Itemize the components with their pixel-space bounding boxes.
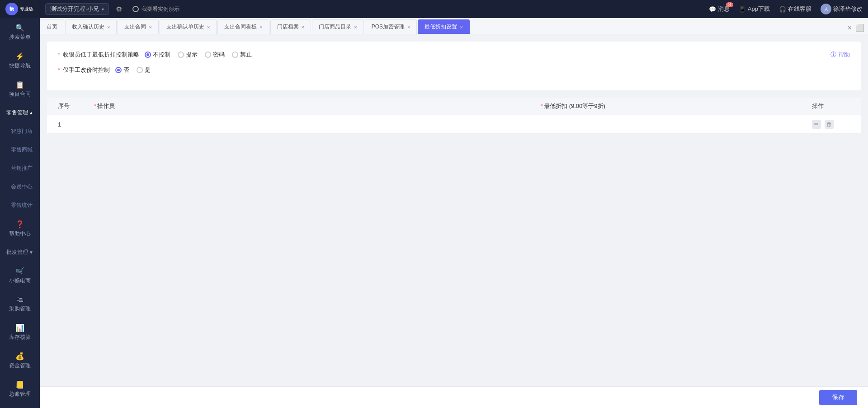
main-layout: 🔍 搜索菜单 ⚡ 快捷导航 📋 项目合同 零售管理 ▲ 智慧门店 零售商城 营销… [0,18,868,408]
demo-icon [132,6,139,12]
close-icon[interactable]: × [302,24,304,30]
close-icon[interactable]: × [149,24,151,30]
sidebar-item-smart-store[interactable]: 智慧门店 [0,122,40,141]
radio-circle [137,67,143,73]
download-icon: 📱 [739,6,746,13]
demo-link[interactable]: 我要看实例演示 [132,5,179,13]
discount-control-label: * 收银员低于最低折扣控制策略 [58,51,139,59]
tab-expense-contract[interactable]: 支出合同 × [118,19,158,34]
cell-operator [90,115,537,133]
sidebar-item-help[interactable]: ❓ 帮助中心 [0,215,40,243]
tab-min-discount[interactable]: 最低折扣设置 × [418,19,469,34]
cell-seq: 1 [54,115,90,133]
sidebar-item-retail-stats[interactable]: 零售统计 [0,196,40,215]
radio-no-control[interactable]: 不控制 [145,51,170,59]
header-right: 💬 消息 8 📱 App下载 🎧 在线客服 人 徐泽华修改 [709,4,863,14]
radio-no[interactable]: 否 [115,66,129,74]
online-service-button[interactable]: 🎧 在线客服 [779,5,811,13]
chevron-down-icon: ▾ [102,7,104,12]
delete-button[interactable]: 🗑 [825,120,834,129]
sidebar-item-search[interactable]: 🔍 搜索菜单 [0,18,40,47]
logo-text: 专业版 [20,6,33,12]
close-icon[interactable]: × [407,24,410,30]
message-icon: 💬 [709,6,716,13]
inventory-icon: 📊 [15,324,24,332]
close-icon[interactable]: × [354,24,357,30]
radio-yes[interactable]: 是 [137,66,151,74]
tab-expense-board[interactable]: 支出合同看板 × [217,19,269,34]
tab-bar: 首页 收入确认历史 × 支出合同 × 支出确认单历史 × 支出合同看板 × 门店… [40,18,868,34]
tab-expense-confirm[interactable]: 支出确认单历史 × [160,19,217,34]
manual-control-label: * 仅手工改价时控制 [58,66,110,74]
sidebar-item-wholesale[interactable]: 批发管理 ▼ [0,243,40,262]
required-star: * [94,103,96,109]
sidebar-item-retail[interactable]: 零售管理 ▲ [0,103,40,122]
tab-store-goods[interactable]: 门店商品目录 × [312,19,363,34]
sidebar-item-label: 帮助中心 [9,230,31,238]
edit-button[interactable]: ✏ [812,120,821,129]
sidebar-item-label: 会员中心 [11,183,33,191]
radio-circle [145,52,151,58]
messages-button[interactable]: 💬 消息 8 [709,5,730,13]
required-star: * [541,103,543,109]
cell-discount [537,115,808,133]
sidebar-item-finance[interactable]: 💰 资金管理 [0,347,40,375]
required-star: * [58,66,60,73]
user-menu[interactable]: 人 徐泽华修改 [821,4,863,14]
table-header: 序号 *操作员 *最低折扣 (9.00等于9折) 操作 [47,98,861,115]
manual-control-options: 否 是 [115,66,151,74]
col-header-seq: 序号 [54,98,90,115]
sidebar-item-label: 总账管理 [9,390,31,398]
radio-circle [178,52,184,58]
sidebar-item-label: 批发管理 [6,249,28,256]
sidebar-item-label: 资金管理 [9,362,31,370]
radio-password[interactable]: 密码 [205,51,225,59]
col-header-operator: *操作员 [90,98,537,115]
sidebar-item-purchase[interactable]: 🛍 采购管理 [0,290,40,318]
sidebar-item-invoice[interactable]: 🧾 发票管理 [0,403,40,408]
page-footer: 保存 [40,386,868,408]
sidebar-item-label: 项目合同 [9,90,31,98]
chevron-up-icon: ▲ [29,110,33,115]
project-selector[interactable]: 测试分开完程·小兄 ▾ [45,3,109,15]
help-circle-icon: ⓘ [830,51,836,59]
sidebar-item-retail-mall[interactable]: 零售商城 [0,141,40,159]
close-icon[interactable]: × [207,24,210,30]
sidebar-item-marketing[interactable]: 营销推广 [0,159,40,178]
chevron-down-icon: ▼ [29,250,33,255]
tab-home[interactable]: 首页 [40,19,64,34]
radio-forbid[interactable]: 禁止 [232,51,252,59]
sidebar-item-label: 采购管理 [9,305,31,313]
service-icon: 🎧 [779,6,786,13]
close-icon[interactable]: × [107,24,110,30]
sidebar-item-nav[interactable]: ⚡ 快捷导航 [0,47,40,75]
contract-icon: 📋 [15,80,24,89]
settings-button[interactable]: ⚙ [113,3,125,15]
close-tab-button[interactable]: × [848,24,852,32]
sidebar-item-ledger[interactable]: 📒 总账管理 [0,375,40,403]
col-header-discount: *最低折扣 (9.00等于9折) [537,98,808,115]
app-download-button[interactable]: 📱 App下载 [739,5,770,13]
tab-income-history[interactable]: 收入确认历史 × [65,19,117,34]
project-name: 测试分开完程·小兄 [50,5,99,13]
required-star: * [58,51,60,58]
close-icon[interactable]: × [460,24,462,30]
radio-tip[interactable]: 提示 [178,51,198,59]
help-button[interactable]: ⓘ 帮助 [830,51,850,59]
tab-pos-encrypt[interactable]: POS加密管理 × [365,19,417,34]
tab-label: 首页 [47,23,57,31]
cell-actions: ✏ 🗑 [808,115,854,133]
online-service-label: 在线客服 [788,5,811,13]
radio-circle [115,67,122,73]
save-button[interactable]: 保存 [819,390,857,405]
sidebar-item-label: 零售商城 [11,146,33,154]
tab-store-profile[interactable]: 门店档案 × [270,19,311,34]
sidebar-item-contract[interactable]: 📋 项目合同 [0,75,40,103]
sidebar-item-member[interactable]: 会员中心 [0,178,40,196]
sidebar-item-ecommerce[interactable]: 🛒 小畅电商 [0,262,40,290]
sidebar-item-inventory[interactable]: 📊 库存核算 [0,318,40,347]
demo-link-label: 我要看实例演示 [142,5,179,13]
close-icon[interactable]: × [259,24,262,30]
maximize-tab-button[interactable]: ⬜ [855,23,864,32]
finance-icon: 💰 [15,352,24,361]
